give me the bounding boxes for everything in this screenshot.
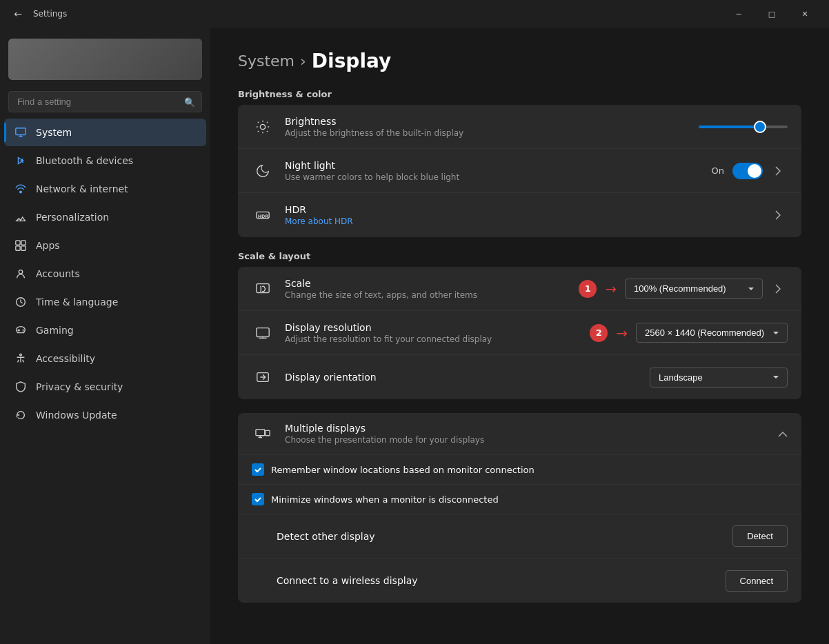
personalization-icon xyxy=(14,210,28,224)
night-light-toggle-label: On xyxy=(712,165,724,176)
sidebar-item-system[interactable]: System xyxy=(4,119,206,146)
window-controls: ─ □ ✕ xyxy=(723,3,821,25)
sidebar-item-network[interactable]: Network & internet xyxy=(4,175,206,203)
detect-display-control: Detect xyxy=(732,525,788,547)
orientation-dropdown[interactable]: Landscape Portrait Landscape (flipped) P… xyxy=(650,368,788,388)
multiple-displays-card: Multiple displays Choose the presentatio… xyxy=(238,413,801,603)
night-light-title: Night light xyxy=(285,160,701,171)
minimize-windows-row: Minimize windows when a monitor is disco… xyxy=(238,485,801,514)
app-title: Settings xyxy=(33,9,717,19)
content-area: System › Display Brightness & color Brig… xyxy=(210,28,829,644)
search-input[interactable] xyxy=(8,91,202,112)
resolution-title: Display resolution xyxy=(285,322,579,333)
sidebar-item-apps[interactable]: Apps xyxy=(4,232,206,259)
scale-layout-card: Scale Change the size of text, apps, and… xyxy=(238,267,801,399)
sidebar-item-label-network: Network & internet xyxy=(36,183,128,194)
scale-title: Scale xyxy=(285,278,568,289)
main-layout: 🔍 System Bluetoot xyxy=(0,28,829,644)
section-brightness-label: Brightness & color xyxy=(238,89,801,99)
detect-display-title: Detect other display xyxy=(277,531,721,542)
resolution-dropdown[interactable]: 2560 × 1440 (Recommended) 1920 × 1080 12… xyxy=(636,323,788,343)
scale-dropdown[interactable]: 100% (Recommended) 125% 150% 175% xyxy=(625,279,763,299)
hdr-icon: HDR xyxy=(252,204,274,226)
minimize-windows-checkbox[interactable] xyxy=(252,493,264,505)
sidebar-item-label-time: Time & language xyxy=(36,296,118,308)
scale-row: Scale Change the size of text, apps, and… xyxy=(238,267,801,311)
scale-dropdown-wrapper: 100% (Recommended) 125% 150% 175% xyxy=(625,279,763,299)
connect-button[interactable]: Connect xyxy=(726,570,788,592)
hdr-chevron[interactable] xyxy=(768,205,788,225)
resolution-control: 2 → 2560 × 1440 (Recommended) 1920 × 108… xyxy=(590,323,788,343)
sidebar-item-time[interactable]: Time & language xyxy=(4,288,206,316)
remember-window-row: Remember window locations based on monit… xyxy=(238,455,801,485)
system-icon xyxy=(14,125,28,139)
search-icon: 🔍 xyxy=(184,97,195,107)
night-light-chevron[interactable] xyxy=(768,161,788,181)
multiple-displays-subtitle: Choose the presentation mode for your di… xyxy=(285,435,767,445)
svg-rect-3 xyxy=(21,241,26,245)
sidebar-item-privacy[interactable]: Privacy & security xyxy=(4,373,206,401)
sidebar-item-bluetooth[interactable]: Bluetooth & devices xyxy=(4,147,206,174)
sidebar-item-label-bluetooth: Bluetooth & devices xyxy=(36,155,133,166)
svg-rect-16 xyxy=(266,430,270,435)
multiple-displays-icon xyxy=(252,423,274,445)
sidebar-item-label-privacy: Privacy & security xyxy=(36,381,123,392)
brightness-text: Brightness Adjust the brightness of the … xyxy=(285,116,688,138)
close-button[interactable]: ✕ xyxy=(789,3,821,25)
sidebar-item-accessibility[interactable]: Accessibility xyxy=(4,345,206,372)
sidebar-item-label-update: Windows Update xyxy=(36,410,117,421)
hdr-subtitle: More about HDR xyxy=(285,217,757,226)
night-light-row: Night light Use warmer colors to help bl… xyxy=(238,149,801,193)
night-light-text: Night light Use warmer colors to help bl… xyxy=(285,160,701,182)
sidebar-item-accounts[interactable]: Accounts xyxy=(4,260,206,288)
detect-display-text: Detect other display xyxy=(252,531,721,542)
network-icon xyxy=(14,182,28,196)
scale-chevron[interactable] xyxy=(768,279,788,299)
sidebar-item-gaming[interactable]: Gaming xyxy=(4,316,206,344)
svg-point-9 xyxy=(260,124,265,129)
hdr-link[interactable]: More about HDR xyxy=(285,217,353,226)
privacy-icon xyxy=(14,380,28,394)
minimize-button[interactable]: ─ xyxy=(723,3,755,25)
night-light-icon xyxy=(252,160,274,182)
hdr-text: HDR More about HDR xyxy=(285,204,757,226)
sidebar-item-label-accessibility: Accessibility xyxy=(36,353,95,364)
svg-rect-4 xyxy=(16,246,20,250)
remember-window-label: Remember window locations based on monit… xyxy=(271,465,535,475)
back-button[interactable]: ← xyxy=(8,4,28,23)
sidebar-item-update[interactable]: Windows Update xyxy=(4,401,206,429)
multiple-displays-title: Multiple displays xyxy=(285,423,767,434)
svg-rect-2 xyxy=(16,241,20,245)
scale-subtitle: Change the size of text, apps, and other… xyxy=(285,290,568,300)
maximize-button[interactable]: □ xyxy=(756,3,788,25)
resolution-text: Display resolution Adjust the resolution… xyxy=(285,322,579,344)
resolution-icon xyxy=(252,322,274,344)
sidebar-item-label-personalization: Personalization xyxy=(36,212,109,223)
brightness-slider[interactable] xyxy=(699,125,788,128)
sidebar-item-label-accounts: Accounts xyxy=(36,268,80,279)
update-icon xyxy=(14,408,28,422)
orientation-title: Display orientation xyxy=(285,372,639,383)
titlebar: ← Settings ─ □ ✕ xyxy=(0,0,829,28)
orientation-text: Display orientation xyxy=(285,372,639,383)
svg-text:HDR: HDR xyxy=(258,214,269,219)
sidebar-item-personalization[interactable]: Personalization xyxy=(4,203,206,231)
remember-window-checkbox[interactable] xyxy=(252,463,264,476)
sidebar-nav: System Bluetooth & devices xyxy=(0,118,210,638)
bluetooth-icon xyxy=(14,154,28,168)
detect-display-row: Detect other display Detect xyxy=(238,514,801,559)
minimize-windows-label: Minimize windows when a monitor is disco… xyxy=(271,494,499,505)
hdr-control xyxy=(768,205,788,225)
hdr-title: HDR xyxy=(285,204,757,215)
multiple-displays-header[interactable]: Multiple displays Choose the presentatio… xyxy=(238,413,801,455)
night-light-control: On xyxy=(712,161,788,181)
wireless-display-row: Connect to a wireless display Connect xyxy=(238,559,801,603)
scale-text: Scale Change the size of text, apps, and… xyxy=(285,278,568,300)
breadcrumb-parent[interactable]: System xyxy=(238,52,294,70)
scale-icon xyxy=(252,278,274,300)
brightness-icon xyxy=(252,116,274,138)
night-light-toggle[interactable] xyxy=(732,163,763,179)
detect-button[interactable]: Detect xyxy=(732,525,788,547)
sidebar-item-label-system: System xyxy=(36,127,72,138)
wireless-display-control: Connect xyxy=(726,570,788,592)
